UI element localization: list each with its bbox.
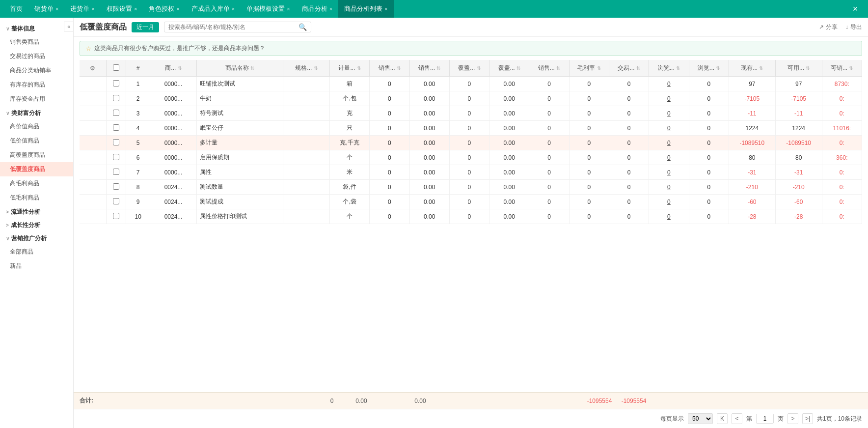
- col-settings[interactable]: ⚙: [80, 60, 106, 77]
- cell-checkbox[interactable]: [106, 91, 126, 106]
- nav-close-templates[interactable]: ×: [287, 0, 290, 18]
- col-sales1[interactable]: 销售... ⇅: [370, 60, 409, 77]
- cell-browse1[interactable]: 0: [649, 121, 689, 136]
- col-unit[interactable]: 计量... ⇅: [329, 60, 369, 77]
- cell-checkbox[interactable]: [106, 77, 126, 91]
- nav-close-roles[interactable]: ×: [176, 0, 179, 18]
- cell-checkbox[interactable]: [106, 150, 126, 165]
- cell-checkbox[interactable]: [106, 136, 126, 150]
- search-icon[interactable]: 🔍: [298, 23, 307, 31]
- window-close-button[interactable]: ×: [846, 0, 864, 18]
- col-browse1[interactable]: 浏览... ⇅: [649, 60, 689, 77]
- row-checkbox-4[interactable]: [113, 139, 119, 145]
- sidebar-item-sales-goods[interactable]: 销售类商品: [0, 35, 73, 49]
- sidebar-item-high-coverage[interactable]: 高覆盖度商品: [0, 148, 73, 162]
- col-sales3[interactable]: 销售... ⇅: [529, 60, 569, 77]
- col-trans[interactable]: 交易... ⇅: [609, 60, 649, 77]
- row-checkbox-3[interactable]: [113, 124, 119, 131]
- sidebar-section-marketing[interactable]: ∨ 营销推广分析: [0, 231, 73, 245]
- sidebar-section-wealth[interactable]: ∨ 类财富分析: [0, 106, 73, 119]
- sidebar-item-all-goods[interactable]: 全部商品: [0, 245, 73, 259]
- cell-browse1[interactable]: 0: [649, 77, 689, 91]
- nav-roles[interactable]: 角色授权 ×: [143, 0, 185, 18]
- select-all-checkbox[interactable]: [113, 64, 119, 71]
- col-name[interactable]: 商品名称 ⇅: [196, 60, 283, 77]
- sidebar-item-low-value[interactable]: 低价值商品: [0, 134, 73, 148]
- sidebar-item-stocked-goods[interactable]: 有库存的商品: [0, 78, 73, 92]
- sidebar-section-growth[interactable]: > 成长性分析: [0, 218, 73, 231]
- first-page-button[interactable]: K: [717, 413, 728, 424]
- nav-close-analysis-list[interactable]: ×: [384, 0, 387, 18]
- sidebar-item-low-margin[interactable]: 低毛利商品: [0, 191, 73, 205]
- nav-templates[interactable]: 单据模板设置 ×: [241, 0, 296, 18]
- col-code[interactable]: 商... ⇅: [150, 60, 197, 77]
- cell-browse1[interactable]: 0: [649, 106, 689, 121]
- cell-checkbox[interactable]: [106, 209, 126, 224]
- sidebar-collapse-button[interactable]: «: [64, 22, 74, 31]
- row-checkbox-6[interactable]: [113, 169, 119, 175]
- col-spec[interactable]: 规格... ⇅: [283, 60, 330, 77]
- cell-browse1[interactable]: 0: [649, 209, 689, 224]
- sidebar-item-low-coverage[interactable]: 低覆盖度商品: [0, 162, 73, 176]
- nav-home[interactable]: 首页: [4, 0, 28, 18]
- date-filter-button[interactable]: 近一月: [132, 22, 159, 32]
- col-gross[interactable]: 毛利率 ⇅: [569, 60, 609, 77]
- cell-checkbox[interactable]: [106, 165, 126, 180]
- nav-analysis-list[interactable]: 商品分析列表 ×: [338, 0, 393, 18]
- nav-close-sales[interactable]: ×: [55, 0, 58, 18]
- cell-checkbox[interactable]: [106, 195, 126, 209]
- settings-icon[interactable]: ⚙: [90, 65, 95, 72]
- cell-checkbox[interactable]: [106, 106, 126, 121]
- row-checkbox-1[interactable]: [113, 95, 119, 101]
- nav-close-products[interactable]: ×: [232, 0, 235, 18]
- share-button[interactable]: ↗ 分享: [819, 23, 838, 31]
- cell-browse1[interactable]: 0: [649, 180, 689, 195]
- prev-page-button[interactable]: <: [732, 413, 742, 424]
- sidebar-item-new-goods[interactable]: 新品: [0, 259, 73, 273]
- nav-purchase[interactable]: 进货单 ×: [64, 0, 100, 18]
- sidebar-section-overall[interactable]: ∨ 整体信息: [0, 22, 73, 35]
- row-checkbox-9[interactable]: [113, 213, 119, 219]
- nav-sales[interactable]: 销货单 ×: [28, 0, 64, 18]
- sidebar-item-high-margin[interactable]: 高毛利商品: [0, 176, 73, 191]
- sidebar-item-category-rate[interactable]: 商品分类动销率: [0, 63, 73, 78]
- nav-analysis[interactable]: 商品分析 ×: [296, 0, 338, 18]
- cell-browse1[interactable]: 0: [649, 91, 689, 106]
- row-checkbox-5[interactable]: [113, 154, 119, 160]
- row-checkbox-8[interactable]: [113, 198, 119, 204]
- col-browse2[interactable]: 浏览... ⇅: [689, 60, 729, 77]
- col-cover1[interactable]: 覆盖... ⇅: [449, 60, 489, 77]
- nav-close-permissions[interactable]: ×: [134, 0, 137, 18]
- nav-products[interactable]: 产成品入库单 ×: [186, 0, 241, 18]
- table-row: 6 0000... 启用保质期 个 0 0.00 0 0.00 0 0 0 0 …: [80, 150, 862, 165]
- cell-cover1: 0: [449, 91, 489, 106]
- next-page-button[interactable]: >: [787, 413, 798, 424]
- row-checkbox-2[interactable]: [113, 110, 119, 116]
- nav-close-purchase[interactable]: ×: [91, 0, 94, 18]
- col-cover2[interactable]: 覆盖... ⇅: [489, 60, 529, 77]
- cell-browse1[interactable]: 0: [649, 165, 689, 180]
- cell-checkbox[interactable]: [106, 121, 126, 136]
- last-page-button[interactable]: >|: [802, 413, 813, 424]
- nav-close-analysis[interactable]: ×: [329, 0, 332, 18]
- row-checkbox-7[interactable]: [113, 183, 119, 190]
- col-available[interactable]: 可用... ⇅: [775, 60, 822, 77]
- sidebar-item-high-value[interactable]: 高价值商品: [0, 119, 73, 134]
- cell-checkbox[interactable]: [106, 180, 126, 195]
- nav-permissions[interactable]: 权限设置 ×: [101, 0, 143, 18]
- cell-browse1[interactable]: 0: [649, 150, 689, 165]
- export-button[interactable]: ↓ 导出: [845, 23, 862, 31]
- col-sales2[interactable]: 销售... ⇅: [409, 60, 449, 77]
- row-checkbox-0[interactable]: [113, 80, 119, 86]
- search-input[interactable]: [168, 24, 297, 30]
- col-current[interactable]: 现有... ⇅: [729, 60, 775, 77]
- cell-spec: [283, 209, 330, 224]
- sidebar-item-traded-goods[interactable]: 交易过的商品: [0, 49, 73, 63]
- col-saleable[interactable]: 可销... ⇅: [822, 60, 862, 77]
- sidebar-section-liquidity[interactable]: > 流通性分析: [0, 205, 73, 218]
- cell-browse1[interactable]: 0: [649, 195, 689, 209]
- sidebar-item-inventory-capital[interactable]: 库存资金占用: [0, 92, 73, 106]
- page-number-input[interactable]: [756, 414, 774, 424]
- per-page-select[interactable]: 50 100 200: [688, 413, 713, 424]
- cell-browse1[interactable]: 0: [649, 136, 689, 150]
